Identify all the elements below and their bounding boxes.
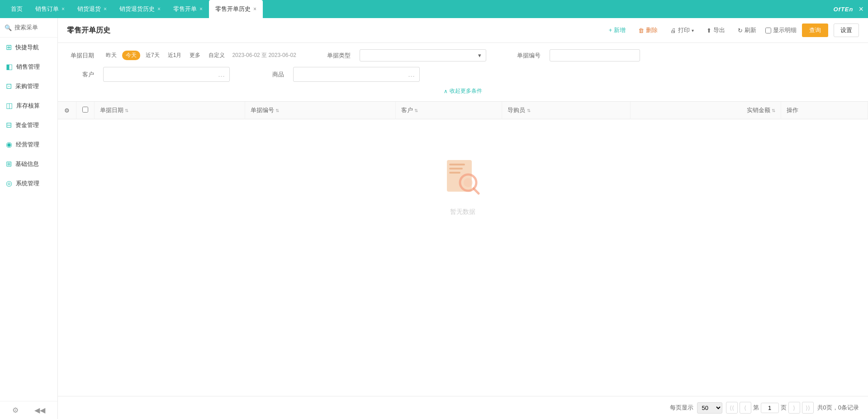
- goods-dots[interactable]: ...: [408, 70, 415, 79]
- top-bar: 首页 销售订单 × 销货退货 × 销货退货历史 × 零售开单 × 零售开单历史 …: [0, 0, 868, 18]
- close-tab-retail-history[interactable]: ×: [253, 6, 256, 12]
- svg-rect-3: [449, 172, 460, 174]
- sales-mgmt-icon: ◧: [6, 62, 13, 71]
- pagination: 每页显示 50 10 20 100 ⟨⟨ ⟨ 第 页 ⟩ ⟩⟩ 共0页，0条记录: [58, 396, 868, 419]
- show-detail-input[interactable]: [765, 28, 771, 33]
- search-icon: 🔍: [5, 24, 12, 31]
- customer-dots[interactable]: ...: [218, 70, 225, 79]
- tab-sales-return-history[interactable]: 销货退货历史 ×: [113, 0, 167, 18]
- print-button[interactable]: 🖨 打印 ▾: [667, 24, 697, 36]
- sort-date-icon: ⇅: [125, 108, 128, 113]
- collapse-button[interactable]: ∧ 收起更多条件: [444, 87, 482, 95]
- sidebar-item-inventory[interactable]: ◫ 库存核算: [0, 96, 57, 115]
- next-page-button[interactable]: ⟩: [788, 402, 800, 414]
- refresh-button[interactable]: ↻ 刷新: [734, 24, 760, 36]
- goods-input[interactable]: ...: [293, 67, 420, 82]
- goods-label: 商品: [257, 71, 284, 79]
- per-page-label: 每页显示: [670, 404, 693, 412]
- table-area: ⚙ 单据日期 ⇅ 单据编号 ⇅: [58, 102, 868, 396]
- shortcut-1month[interactable]: 近1月: [165, 51, 185, 60]
- filter-row-2: 客户 ... 商品 ...: [67, 67, 859, 82]
- top-close[interactable]: ×: [859, 5, 863, 14]
- col-amount[interactable]: 实销金额 ⇅: [631, 102, 781, 119]
- tab-sales-return[interactable]: 销货退货 ×: [71, 0, 113, 18]
- finance-icon: ⊟: [6, 121, 12, 129]
- type-select[interactable]: ▾: [360, 49, 486, 61]
- empty-icon: [440, 155, 485, 201]
- table-header: ⚙ 单据日期 ⇅ 单据编号 ⇅: [58, 102, 868, 119]
- settings-button[interactable]: 设置: [834, 24, 859, 37]
- select-all-checkbox[interactable]: [82, 107, 88, 113]
- sort-amount-icon: ⇅: [772, 108, 775, 113]
- sidebar-item-system[interactable]: ◎ 系统管理: [0, 174, 57, 193]
- shortcut-custom[interactable]: 自定义: [206, 51, 228, 60]
- system-icon: ◎: [6, 179, 12, 188]
- svg-line-5: [474, 188, 479, 193]
- order-no-input[interactable]: [550, 49, 640, 61]
- customer-label: 客户: [67, 71, 94, 79]
- col-guide[interactable]: 导购员 ⇅: [502, 102, 631, 119]
- sidebar-bottom: ⚙ ◀◀: [0, 401, 57, 419]
- print-dropdown-icon: ▾: [692, 28, 694, 33]
- add-button[interactable]: + 新增: [605, 24, 629, 36]
- prev-page-button[interactable]: ⟨: [740, 402, 751, 414]
- base-info-icon: ⊞: [6, 160, 12, 168]
- date-range-display: 2023-06-02 至 2023-06-02: [232, 52, 296, 59]
- print-icon: 🖨: [670, 27, 676, 34]
- top-brand: OfTEn: [833, 6, 853, 13]
- page-nav: ⟨⟨ ⟨ 第 页 ⟩ ⟩⟩: [726, 402, 814, 414]
- per-page-select[interactable]: 50 10 20 100: [697, 402, 722, 414]
- table-settings-icon[interactable]: ⚙: [64, 107, 70, 114]
- empty-state: 暂无数据: [58, 119, 868, 252]
- col-checkbox[interactable]: [76, 102, 94, 119]
- table-body: 暂无数据: [58, 119, 868, 253]
- toolbar: + 新增 🗑 删除 🖨 打印 ▾ ⬆ 导出 ↻ 刷新: [605, 24, 859, 37]
- sidebar-item-purchase-mgmt[interactable]: ⊡ 采购管理: [0, 76, 57, 96]
- inventory-icon: ◫: [6, 101, 13, 110]
- type-select-arrow: ▾: [478, 52, 481, 59]
- sidebar-collapse-icon[interactable]: ◀◀: [34, 406, 45, 414]
- content-area: 零售开单历史 + 新增 🗑 删除 🖨 打印 ▾ ⬆ 导出: [58, 18, 868, 419]
- col-date[interactable]: 单据日期 ⇅: [94, 102, 245, 119]
- close-tab-sales-return-history[interactable]: ×: [157, 6, 161, 12]
- sidebar-item-finance[interactable]: ⊟ 资金管理: [0, 115, 57, 135]
- col-order-no[interactable]: 单据编号 ⇅: [245, 102, 395, 119]
- col-customer[interactable]: 客户 ⇅: [395, 102, 502, 119]
- query-button[interactable]: 查询: [802, 24, 828, 37]
- filter-row-1: 单据日期 昨天 今天 近7天 近1月 更多 自定义 2023-06-02 至 2…: [67, 49, 859, 61]
- empty-text: 暂无数据: [450, 208, 475, 216]
- shortcut-more[interactable]: 更多: [187, 51, 203, 60]
- sidebar-item-sales-mgmt[interactable]: ◧ 销售管理: [0, 57, 57, 76]
- close-tab-sales-order[interactable]: ×: [62, 6, 65, 12]
- tab-sales-order[interactable]: 销售订单 ×: [29, 0, 71, 18]
- collapse-icon: ∧: [444, 88, 448, 94]
- col-settings[interactable]: ⚙: [58, 102, 76, 119]
- first-page-button[interactable]: ⟨⟨: [726, 402, 738, 414]
- page-title: 零售开单历史: [67, 26, 110, 35]
- sidebar-search[interactable]: 🔍 搜索采单: [0, 18, 57, 38]
- delete-icon: 🗑: [638, 27, 644, 34]
- tab-retail-history[interactable]: 零售开单历史 ×: [209, 0, 263, 18]
- close-tab-sales-return[interactable]: ×: [104, 6, 107, 12]
- customer-input[interactable]: ...: [103, 67, 230, 82]
- sidebar-item-base-info[interactable]: ⊞ 基础信息: [0, 154, 57, 174]
- shortcut-7days[interactable]: 近7天: [143, 51, 162, 60]
- close-tab-retail-open[interactable]: ×: [199, 6, 203, 12]
- show-detail-checkbox[interactable]: 显示明细: [765, 26, 797, 34]
- shortcut-yesterday[interactable]: 昨天: [103, 51, 119, 60]
- col-action: 操作: [781, 102, 868, 119]
- sidebar-item-operations[interactable]: ◉ 经营管理: [0, 135, 57, 154]
- export-icon: ⬆: [707, 27, 711, 34]
- date-label: 单据日期: [67, 52, 94, 60]
- sidebar-item-quick-nav[interactable]: ⊞ 快捷导航: [0, 38, 57, 57]
- data-table: ⚙ 单据日期 ⇅ 单据编号 ⇅: [58, 102, 868, 252]
- tab-home[interactable]: 首页: [5, 5, 29, 13]
- page-input[interactable]: [761, 403, 779, 413]
- top-right-area: OfTEn ×: [833, 5, 863, 14]
- delete-button[interactable]: 🗑 删除: [635, 24, 661, 36]
- shortcut-today[interactable]: 今天: [122, 51, 140, 60]
- tab-retail-open[interactable]: 零售开单 ×: [167, 0, 209, 18]
- export-button[interactable]: ⬆ 导出: [703, 24, 729, 36]
- sidebar-settings-icon[interactable]: ⚙: [12, 406, 19, 414]
- last-page-button[interactable]: ⟩⟩: [802, 402, 814, 414]
